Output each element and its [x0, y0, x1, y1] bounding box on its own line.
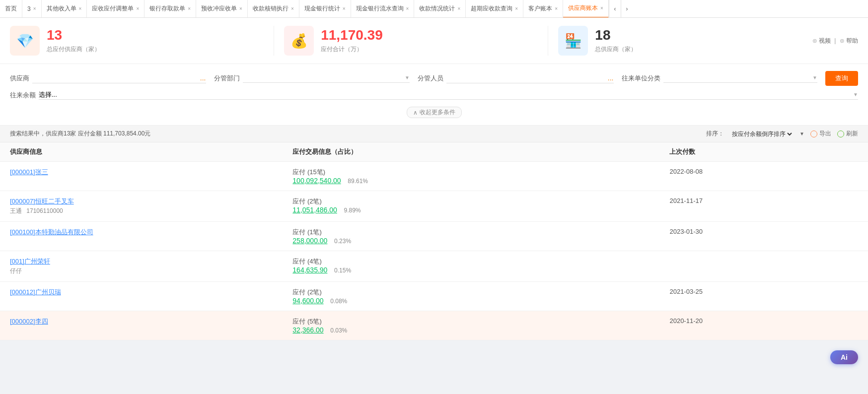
export-icon [810, 131, 817, 137]
nav-tab-ar-ap-adjust-label: 应收应付调整单 [92, 4, 134, 13]
nav-tab-receipt-exec[interactable]: 收款核销执行 × [248, 0, 299, 18]
results-summary: 搜索结果中，供应商13家 应付金额 111,703,854.00元 [10, 130, 150, 138]
nav-tab-customer-book-close[interactable]: × [555, 6, 558, 11]
nav-tab-cash-stat[interactable]: 现金银行统计 × [299, 0, 351, 18]
nav-tab-prepay-offset[interactable]: 预收冲应收单 × [196, 0, 248, 18]
header-lastpay: 上次付数 [669, 147, 858, 156]
supplier-dots[interactable]: ... [200, 74, 206, 82]
export-button[interactable]: 导出 [810, 130, 831, 138]
last-pay-date-5: 2020-11-20 [669, 317, 703, 325]
nav-tab-receipt-exec-close[interactable]: × [291, 6, 294, 11]
nav-tab-overdue-ar-close[interactable]: × [515, 6, 518, 11]
supplier-link-1[interactable]: [000007]恒旺二手叉车 [10, 197, 292, 206]
nav-tab-overdue-ar-label: 超期应收款查询 [471, 4, 512, 13]
header-transaction: 应付交易信息（占比） [292, 147, 669, 156]
category-select[interactable] [663, 74, 813, 81]
nav-tab-home-label: 首页 [5, 4, 17, 13]
table-row: [001]广州荣轩 仔仔 应付 (4笔) 164,635.90 0.15% [0, 251, 868, 282]
payable-vendors-label: 总应付供应商（家） [47, 45, 100, 54]
total-payable-content: 11,170.39 应付合计（万） [321, 28, 383, 54]
table-header: 供应商信息 应付交易信息（占比） 上次付数 [0, 142, 868, 162]
nav-tab-cash-flow[interactable]: 现金银行流水查询 × [351, 0, 415, 18]
sort-label: 排序： [706, 130, 724, 138]
nav-tab-vendor-book[interactable]: 供应商账本 × [563, 0, 609, 18]
nav-tab-receipt-stat[interactable]: 收款情况统计 × [414, 0, 466, 18]
links-row: ⊙ 视频 | ⊙ 帮助 [812, 37, 859, 45]
nav-tab-3[interactable]: 3 × [22, 0, 42, 18]
nav-arrow-right[interactable]: › [621, 0, 633, 18]
table-body: [000001]张三 应付 (15笔) 100,092,540.00 89.61… [0, 162, 868, 340]
filter-supplier: 供应商 ... [10, 74, 206, 83]
nav-tab-customer-book[interactable]: 客户账本 × [523, 0, 563, 18]
divider-2 [548, 26, 548, 56]
payable-vendors-icon: 💎 [10, 26, 40, 56]
nav-tab-ar-ap-adjust-close[interactable]: × [136, 6, 139, 11]
last-pay-date-4: 2021-03-25 [669, 288, 703, 295]
refresh-button[interactable]: 刷新 [837, 130, 858, 138]
person-dots[interactable]: ... [608, 74, 614, 82]
summary-card-payable-vendors: 💎 13 总应付供应商（家） [10, 26, 264, 56]
nav-tab-overdue-ar[interactable]: 超期应收款查询 × [466, 0, 523, 18]
supplier-info-2: [000100]本特勤油品有限公司 [10, 228, 292, 237]
filter-row-2: 往来余额 选择... ▼ [10, 91, 858, 100]
supplier-link-0[interactable]: [000001]张三 [10, 168, 292, 177]
nav-tab-ar-ap-adjust[interactable]: 应收应付调整单 × [87, 0, 145, 18]
nav-tab-bank-deposit-close[interactable]: × [188, 6, 191, 11]
transaction-amount-2[interactable]: 258,000.00 [292, 237, 327, 245]
transaction-label-1: 应付 (2笔) [292, 197, 669, 206]
collapse-label: 收起更多条件 [420, 108, 455, 117]
person-input[interactable] [446, 74, 608, 81]
supplier-link-2[interactable]: [000100]本特勤油品有限公司 [10, 228, 292, 237]
supplier-info-4: [000012]广州贝瑞 [10, 288, 292, 297]
transaction-percent-3: 0.15% [334, 267, 351, 274]
nav-tab-other-income-close[interactable]: × [79, 6, 82, 11]
nav-tab-home[interactable]: 首页 [0, 0, 22, 18]
transaction-amount-5[interactable]: 32,366.00 [292, 326, 323, 334]
nav-tab-3-close[interactable]: × [33, 6, 36, 11]
total-payable-label: 应付合计（万） [321, 45, 383, 54]
filter-area: 供应商 ... 分管部门 ▼ 分管人员 ... 往来单位分类 [0, 64, 868, 126]
nav-tab-bank-deposit[interactable]: 银行存取款单 × [145, 0, 196, 18]
collapse-button[interactable]: ∧ 收起更多条件 [407, 107, 462, 118]
transaction-amount-3[interactable]: 164,635.90 [292, 266, 327, 274]
sort-select[interactable]: 按应付余额倒序排序 [730, 130, 794, 138]
nav-tab-vendor-book-close[interactable]: × [600, 5, 603, 11]
nav-tab-customer-book-label: 客户账本 [528, 4, 552, 13]
supplier-link-3[interactable]: [001]广州荣轩 [10, 257, 292, 266]
dept-select[interactable] [243, 74, 405, 81]
supplier-link-5[interactable]: [000002]李四 [10, 317, 292, 326]
filter-supplier-input-wrap: ... [32, 74, 206, 83]
supplier-input[interactable] [32, 74, 200, 81]
right-actions: 排序： 按应付余额倒序排序 ▼ 导出 刷新 [706, 130, 858, 138]
balance-chevron-icon: ▼ [853, 92, 858, 97]
transaction-info-1: 应付 (2笔) 11,051,486.00 9.89% [292, 197, 669, 214]
transaction-info-0: 应付 (15笔) 100,092,540.00 89.61% [292, 168, 669, 185]
contact-name-3: 仔仔 [10, 267, 22, 274]
payable-vendors-content: 13 总应付供应商（家） [47, 28, 100, 54]
transaction-amount-1[interactable]: 11,051,486.00 [292, 206, 337, 214]
nav-arrow-left[interactable]: ‹ [609, 0, 621, 18]
nav-tab-receipt-stat-close[interactable]: × [457, 6, 460, 11]
nav-tab-vendor-book-label: 供应商账本 [568, 4, 598, 12]
nav-tab-cash-stat-close[interactable]: × [343, 6, 346, 11]
table-row: [000012]广州贝瑞 应付 (2笔) 94,600.00 0.08% 202… [0, 282, 868, 311]
filter-person-input-wrap: ... [446, 74, 614, 83]
transaction-label-0: 应付 (15笔) [292, 168, 669, 177]
supplier-link-4[interactable]: [000012]广州贝瑞 [10, 288, 292, 297]
nav-tab-other-income[interactable]: 其他收入单 × [42, 0, 87, 18]
total-vendors-label: 总供应商（家） [595, 45, 637, 54]
summary-card-total-payable: 💰 11,170.39 应付合计（万） [284, 26, 538, 56]
help-link[interactable]: 帮助 [846, 37, 858, 44]
transaction-amount-0[interactable]: 100,092,540.00 [292, 177, 341, 185]
table-row: [000100]本特勤油品有限公司 应付 (1笔) 258,000.00 0.2… [0, 222, 868, 251]
video-link[interactable]: 视频 [819, 37, 831, 44]
nav-tab-cash-flow-close[interactable]: × [406, 6, 409, 11]
payable-vendors-number: 13 [47, 28, 100, 43]
filter-dept: 分管部门 ▼ [214, 74, 410, 83]
transaction-info-4: 应付 (2笔) 94,600.00 0.08% [292, 288, 669, 305]
summary-card-total-vendors: 🏪 18 总供应商（家） [558, 26, 812, 56]
transaction-amount-4[interactable]: 94,600.00 [292, 297, 323, 305]
balance-select[interactable]: 选择... [39, 91, 853, 98]
search-button[interactable]: 查询 [825, 71, 858, 86]
nav-tab-prepay-offset-close[interactable]: × [239, 6, 242, 11]
